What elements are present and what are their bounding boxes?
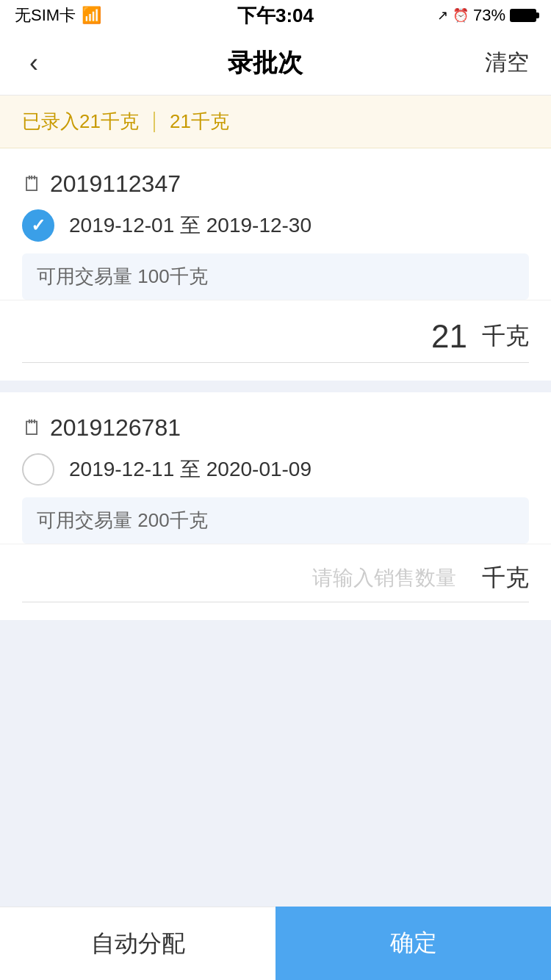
status-bar: 无SIM卡 📶 下午3:04 ↗ ⏰ 73% [0, 0, 551, 31]
qty-input-field-2[interactable] [247, 566, 467, 590]
alarm-icon: ⏰ [453, 7, 469, 24]
auto-distribute-button[interactable]: 自动分配 [0, 907, 276, 980]
qty-input-container-1: 21 千克 [22, 318, 529, 363]
batch-qty-bar-1: 可用交易量 100千克 [22, 253, 529, 300]
info-recorded-label: 已录入21千克 [22, 109, 139, 134]
page-title: 录批次 [228, 46, 303, 80]
confirm-button[interactable]: 确定 [276, 907, 551, 980]
batch-icon-1: 🗒 [22, 172, 43, 196]
qty-input-inner-1: 21 千克 [22, 318, 529, 363]
batch-date-row-2: 2019-12-11 至 2020-01-09 [22, 453, 529, 486]
info-banner: 已录入21千克 21千克 [0, 96, 551, 148]
bottom-bar: 自动分配 确定 [0, 907, 551, 980]
batch-header-1: 🗒 2019112347 [22, 170, 529, 198]
battery-text: 73% [473, 6, 505, 25]
status-right: ↗ ⏰ 73% [437, 6, 536, 25]
qty-input-row-1: 21 千克 [0, 300, 551, 381]
batch-header-2: 🗒 2019126781 [22, 414, 529, 442]
batch-icon-2: 🗒 [22, 416, 43, 440]
qty-placeholder-row-2: 千克 [0, 544, 551, 620]
qty-unit-2: 千克 [482, 562, 529, 594]
batch-number-2: 2019126781 [50, 414, 181, 442]
carrier-text: 无SIM卡 [15, 4, 76, 26]
wifi-icon: 📶 [82, 6, 101, 25]
status-time: 下午3:04 [237, 3, 314, 29]
batch-date-2: 2019-12-11 至 2020-01-09 [69, 455, 311, 483]
batch-date-row-1: 2019-12-01 至 2019-12-30 [22, 209, 529, 242]
qty-value-1: 21 [431, 318, 467, 355]
batch-qty-bar-2: 可用交易量 200千克 [22, 497, 529, 544]
batch-item-1: 🗒 2019112347 2019-12-01 至 2019-12-30 可用交… [0, 148, 551, 300]
status-left: 无SIM卡 📶 [15, 4, 101, 26]
info-value: 21千克 [170, 109, 229, 134]
radio-button-1[interactable] [22, 209, 54, 242]
info-divider [154, 112, 155, 132]
batch-item-2: 🗒 2019126781 2019-12-11 至 2020-01-09 可用交… [0, 392, 551, 544]
qty-unit-1: 千克 [482, 320, 529, 353]
nav-bar: ‹ 录批次 清空 [0, 31, 551, 96]
section-divider [0, 381, 551, 392]
location-icon: ↗ [437, 7, 448, 24]
batch-date-1: 2019-12-01 至 2019-12-30 [69, 212, 311, 239]
back-button[interactable]: ‹ [22, 40, 46, 86]
batch-number-1: 2019112347 [50, 170, 181, 198]
gray-area [0, 620, 551, 943]
radio-button-2[interactable] [22, 453, 54, 486]
clear-button[interactable]: 清空 [485, 48, 529, 78]
battery-icon [510, 9, 536, 22]
